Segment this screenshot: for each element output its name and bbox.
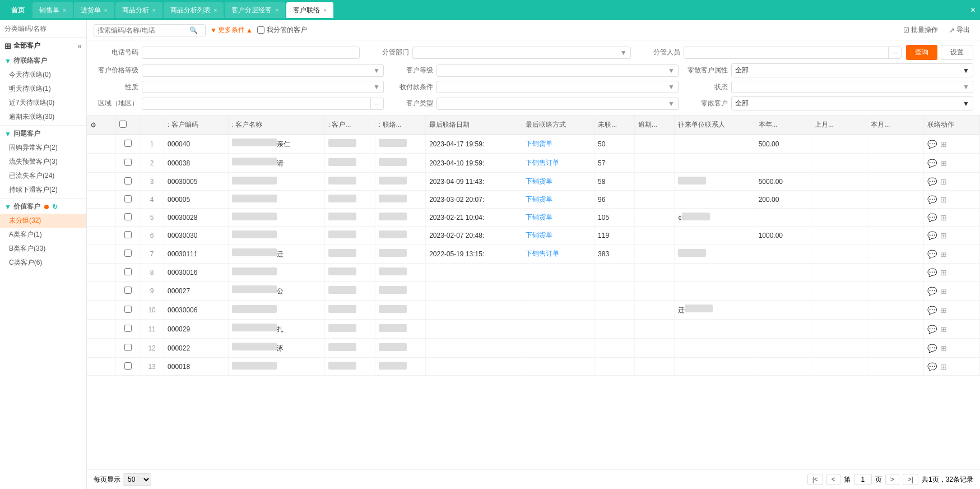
row-checkbox[interactable] — [124, 250, 132, 257]
sparse-attr-select[interactable]: 全部▼ — [731, 63, 973, 77]
search-input[interactable] — [97, 26, 187, 34]
th-overdue[interactable]: 逾期... — [634, 116, 675, 135]
grid-action-icon[interactable]: ⊞ — [940, 140, 947, 149]
sidebar-item-type-b[interactable]: B类客户(33) — [0, 242, 86, 256]
region-more-btn[interactable]: ··· — [370, 98, 383, 109]
close-product-list-icon[interactable]: × — [214, 7, 217, 13]
contact-way-link[interactable]: 下销货单 — [526, 195, 552, 203]
sidebar-item-type-c[interactable]: C类客户(6) — [0, 256, 86, 270]
sidebar-item-type-a[interactable]: A类客户(1) — [0, 228, 86, 242]
sidebar-item-lost[interactable]: 已流失客户(24) — [0, 169, 86, 183]
tab-customer-segment[interactable]: 客户分层经客 × — [225, 2, 285, 18]
grid-action-icon[interactable]: ⊞ — [940, 213, 947, 222]
contact-way-link[interactable]: 下销售订单 — [526, 159, 559, 167]
grid-action-icon[interactable]: ⊞ — [940, 287, 947, 296]
chat-icon[interactable]: 💬 — [927, 159, 937, 168]
phone-input[interactable] — [142, 47, 360, 59]
row-last-way-cell[interactable]: 下销售订单 — [522, 245, 594, 264]
row-last-way-cell[interactable] — [522, 320, 594, 339]
sidebar-item-churn-risk[interactable]: 流失预警客户(3) — [0, 155, 86, 169]
row-checkbox[interactable] — [124, 231, 132, 238]
payment-select[interactable]: ▼ — [436, 81, 679, 93]
row-last-way-cell[interactable]: 下销货单 — [522, 209, 594, 227]
row-last-way-cell[interactable] — [522, 301, 594, 320]
tab-home[interactable]: 首页 — [4, 2, 31, 18]
settings-icon[interactable]: ⚙ — [90, 121, 96, 129]
sidebar-search-input[interactable] — [4, 25, 87, 33]
grid-action-icon[interactable]: ⊞ — [940, 362, 947, 371]
close-customer-segment-icon[interactable]: × — [275, 7, 278, 13]
per-page-select[interactable]: 50 100 200 — [123, 473, 151, 486]
row-last-way-cell[interactable] — [522, 282, 594, 301]
chat-icon[interactable]: 💬 — [927, 268, 937, 277]
row-checkbox[interactable] — [124, 213, 132, 220]
nature-select[interactable]: ▼ — [142, 81, 384, 93]
prev-page-btn[interactable]: < — [826, 474, 840, 485]
grid-action-icon[interactable]: ⊞ — [940, 325, 947, 334]
th-contacts[interactable]: 往来单位联系人 — [675, 116, 755, 135]
row-checkbox-cell[interactable] — [116, 358, 140, 376]
th-code[interactable]: : 客户编码 — [164, 116, 229, 135]
row-checkbox-cell[interactable] — [116, 245, 140, 264]
row-last-way-cell[interactable]: 下销货单 — [522, 135, 594, 154]
row-checkbox-cell[interactable] — [116, 227, 140, 245]
chat-icon[interactable]: 💬 — [927, 287, 937, 296]
sidebar-item-week[interactable]: 近7天待联络(0) — [0, 96, 86, 110]
th-type[interactable]: : 客户... — [324, 116, 375, 135]
region-input[interactable] — [142, 98, 370, 109]
page-input[interactable] — [854, 474, 872, 485]
tab-customer-contact[interactable]: 客户联络 × — [286, 2, 333, 18]
search-button[interactable]: 查询 — [906, 45, 937, 60]
row-checkbox[interactable] — [124, 159, 132, 166]
row-checkbox-cell[interactable] — [116, 301, 140, 320]
row-checkbox-cell[interactable] — [116, 209, 140, 227]
row-checkbox[interactable] — [124, 325, 132, 332]
sidebar-item-abnormal[interactable]: 固购异常客户(2) — [0, 141, 86, 155]
sidebar-item-unclassified[interactable]: 未分组(32) — [0, 214, 86, 228]
all-customers-header[interactable]: ⊞ 全部客户 « — [0, 38, 86, 54]
sparse-select[interactable]: 全部▼ — [731, 96, 973, 110]
chat-icon[interactable]: 💬 — [927, 362, 937, 371]
chat-icon[interactable]: 💬 — [927, 306, 937, 315]
grid-action-icon[interactable]: ⊞ — [940, 159, 947, 168]
grid-action-icon[interactable]: ⊞ — [940, 195, 947, 204]
person-more-btn[interactable]: ··· — [888, 47, 901, 58]
tab-product-analysis[interactable]: 商品分析 × — [115, 2, 162, 18]
batch-ops-btn[interactable]: ☑ 批量操作 — [900, 24, 941, 36]
row-checkbox-cell[interactable] — [116, 154, 140, 173]
row-checkbox[interactable] — [124, 362, 132, 370]
chat-icon[interactable]: 💬 — [927, 195, 937, 204]
th-this-year[interactable]: 本年... — [755, 116, 811, 135]
status-select[interactable]: ▼ — [731, 81, 973, 93]
last-page-btn[interactable]: >| — [903, 474, 918, 485]
tab-sales[interactable]: 销售单 × — [32, 2, 73, 18]
grid-action-icon[interactable]: ⊞ — [940, 268, 947, 277]
th-checkbox[interactable] — [116, 116, 140, 135]
row-checkbox-cell[interactable] — [116, 282, 140, 301]
row-checkbox[interactable] — [124, 140, 132, 147]
row-checkbox-cell[interactable] — [116, 191, 140, 209]
contact-way-link[interactable]: 下销售订单 — [526, 250, 559, 257]
grid-action-icon[interactable]: ⊞ — [940, 344, 947, 353]
collapse-icon[interactable]: « — [77, 41, 82, 50]
row-checkbox[interactable] — [124, 306, 132, 313]
row-checkbox-cell[interactable] — [116, 135, 140, 154]
row-last-way-cell[interactable] — [522, 339, 594, 358]
close-sales-icon[interactable]: × — [63, 7, 66, 13]
chat-icon[interactable]: 💬 — [927, 325, 937, 334]
grid-action-icon[interactable]: ⊞ — [940, 177, 947, 186]
contact-way-link[interactable]: 下销货单 — [526, 140, 552, 147]
next-page-btn[interactable]: > — [885, 474, 899, 485]
row-checkbox-cell[interactable] — [116, 320, 140, 339]
refresh-icon[interactable]: ↻ — [52, 203, 58, 211]
customer-level-select[interactable]: ▼ — [436, 64, 679, 77]
sidebar-item-today[interactable]: 今天待联络(0) — [0, 68, 86, 82]
chat-icon[interactable]: 💬 — [927, 250, 937, 259]
contact-way-link[interactable]: 下销货单 — [526, 213, 552, 221]
row-checkbox[interactable] — [124, 195, 132, 202]
my-customers-checkbox[interactable] — [257, 26, 264, 34]
window-close-icon[interactable]: × — [970, 5, 976, 15]
chat-icon[interactable]: 💬 — [927, 213, 937, 222]
th-settings[interactable]: ⚙ — [87, 116, 116, 135]
row-last-way-cell[interactable]: 下销货单 — [522, 227, 594, 245]
